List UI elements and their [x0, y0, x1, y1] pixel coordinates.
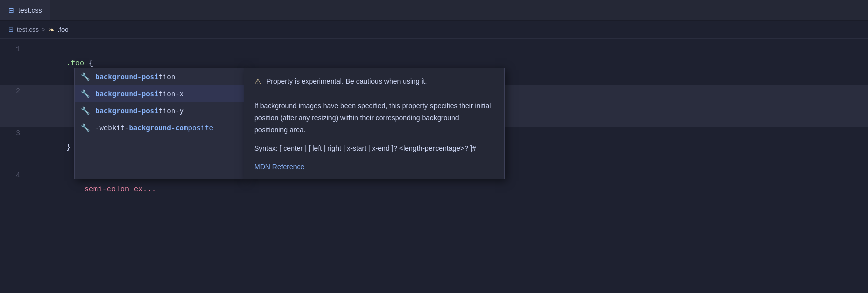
- breadcrumb-separator: >: [42, 26, 46, 34]
- match-bold-2: background-posi: [95, 90, 158, 98]
- breadcrumb-bar: ⊟ test.css > ❧ .foo: [0, 21, 868, 39]
- breadcrumb-class-icon: ❧: [49, 26, 55, 34]
- warning-triangle-icon: ⚠: [254, 77, 261, 86]
- code-error-2: semi-colon ex...: [66, 186, 156, 194]
- line-number-3: 3: [0, 127, 30, 141]
- code-selector: .foo: [66, 60, 89, 68]
- syntax-label: Syntax:: [254, 144, 278, 152]
- autocomplete-text-1: background-position: [95, 73, 175, 81]
- line-number-4: 4: [0, 169, 30, 183]
- mdn-reference-link[interactable]: MDN Reference: [254, 163, 304, 171]
- breadcrumb-file-icon: ⊟: [8, 26, 14, 34]
- breadcrumb-file[interactable]: test.css: [17, 26, 39, 34]
- match-suffix-4: posite: [188, 124, 213, 132]
- detail-panel: ⚠ Property is experimental. Be cautious …: [244, 68, 505, 180]
- detail-description: If background images have been specified…: [254, 100, 494, 136]
- match-bold-1: background-posi: [95, 73, 158, 81]
- webkit-prefix: -webkit-: [95, 124, 129, 132]
- autocomplete-item-4[interactable]: 🔧 -webkit-background-composite: [75, 120, 244, 136]
- divider: [254, 94, 494, 94]
- detail-syntax: Syntax: [ center | [ left | right | x-st…: [254, 143, 494, 155]
- css-file-icon: ⊟: [8, 6, 14, 14]
- match-suffix-2: tion-x: [158, 90, 184, 98]
- autocomplete-item-3[interactable]: 🔧 background-position-y: [75, 102, 244, 120]
- code-brace-open: {: [89, 60, 93, 68]
- wrench-icon-2: 🔧: [81, 90, 90, 99]
- match-suffix-1: tion: [158, 73, 175, 81]
- match-bold-4: background-com: [129, 124, 188, 132]
- autocomplete-text-4: -webkit-background-composite: [95, 124, 213, 132]
- warning-section: ⚠ Property is experimental. Be cautious …: [254, 76, 494, 87]
- autocomplete-list[interactable]: 🔧 background-position 🔧 background-posit…: [74, 68, 244, 180]
- wrench-icon-4: 🔧: [81, 124, 90, 133]
- code-brace-close: }: [66, 144, 71, 152]
- match-suffix-3: tion-y: [158, 107, 184, 115]
- wrench-icon-3: 🔧: [81, 106, 90, 116]
- warning-text: Property is experimental. Be cautious wh…: [266, 76, 427, 87]
- autocomplete-text-2: background-position-x: [95, 90, 184, 98]
- autocomplete-item-2[interactable]: 🔧 background-position-x: [75, 86, 244, 102]
- editor[interactable]: 1 .foo { 2 background-posi 3 } colon exp…: [0, 39, 868, 215]
- match-bold-3: background-posi: [95, 107, 158, 115]
- autocomplete-text-3: background-position-y: [95, 107, 184, 115]
- syntax-value: [ center | [ left | right | x-start | x-…: [280, 144, 476, 152]
- breadcrumb-class: .foo: [58, 26, 69, 34]
- tab-test-css[interactable]: ⊟ test.css: [0, 0, 50, 20]
- autocomplete-container: 🔧 background-position 🔧 background-posit…: [74, 68, 505, 180]
- line-number-1: 1: [0, 43, 30, 57]
- autocomplete-item-1[interactable]: 🔧 background-position: [75, 68, 244, 86]
- wrench-icon-1: 🔧: [81, 72, 90, 82]
- tab-label: test.css: [18, 6, 42, 14]
- line-number-2: 2: [0, 85, 30, 99]
- code-area[interactable]: 1 .foo { 2 background-posi 3 } colon exp…: [0, 39, 868, 215]
- tab-bar: ⊟ test.css: [0, 0, 868, 21]
